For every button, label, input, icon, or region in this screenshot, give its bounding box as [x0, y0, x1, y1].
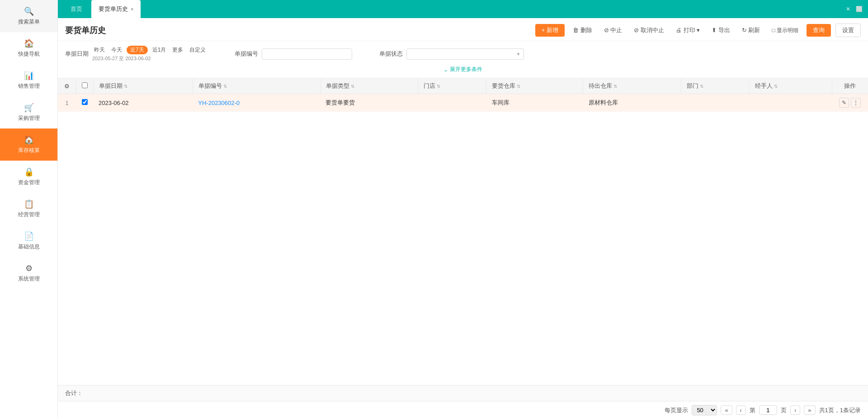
- col-bill-no-label: 单据编号: [198, 82, 222, 90]
- date-shortcut-custom[interactable]: 自定义: [188, 46, 208, 54]
- sidebar-item-inventory[interactable]: 🏠库存核算: [0, 129, 57, 161]
- page-header: 要货单历史 + 新增 🗑 删除 ⊘ 中止 ⊘ 取消中止 🖨 打印 ▾ ⬆ 导出 …: [58, 18, 868, 41]
- col-pending-warehouse: 待出仓库⇅: [583, 78, 681, 94]
- query-button[interactable]: 查询: [807, 24, 831, 37]
- page-size-select[interactable]: 50 10 20 100: [692, 405, 717, 415]
- toolbar: + 新增 🗑 删除 ⊘ 中止 ⊘ 取消中止 🖨 打印 ▾ ⬆ 导出 ↻ 刷新 □…: [535, 24, 861, 37]
- col-settings[interactable]: ⚙: [58, 78, 76, 94]
- last-page-button[interactable]: »: [804, 405, 815, 415]
- sort-icon-dept: ⇅: [700, 84, 703, 89]
- col-date-label: 单据日期: [99, 82, 123, 90]
- sidebar-item-purchase-mgmt[interactable]: 🛒采购管理: [0, 96, 57, 129]
- refresh-button[interactable]: ↻ 刷新: [738, 24, 764, 36]
- tab-order-history[interactable]: 要货单历史×: [91, 0, 141, 18]
- col-bill-type-label: 单据类型: [326, 82, 349, 90]
- date-shortcut-last_month[interactable]: 近1月: [151, 46, 168, 54]
- sort-icon-bill-no: ⇅: [223, 84, 227, 89]
- first-page-button[interactable]: «: [721, 405, 732, 415]
- delete-button[interactable]: 🗑 删除: [569, 24, 596, 36]
- settings-button[interactable]: 设置: [835, 24, 861, 37]
- date-shortcut-today[interactable]: 今天: [109, 46, 124, 54]
- col-handler: 经手人⇅: [749, 78, 832, 94]
- row-checkbox[interactable]: [82, 99, 88, 105]
- sort-icon-pending: ⇅: [613, 84, 617, 89]
- date-range-display: 2023-05-27 至 2023-06-02: [92, 55, 208, 62]
- total-info: 共1页，1条记录: [819, 406, 861, 414]
- sort-icon-handler: ⇅: [774, 84, 778, 89]
- main-area: 首页要货单历史× ✕ ⬜ 要货单历史 + 新增 🗑 删除 ⊘ 中止 ⊘ 取消中止…: [58, 0, 868, 419]
- col-checkbox[interactable]: [76, 78, 93, 94]
- row-more-icon[interactable]: ⋮: [851, 98, 861, 108]
- cell-num: 1: [58, 94, 76, 112]
- tab-home[interactable]: 首页: [63, 0, 90, 18]
- date-filter-group: 单据日期 昨天今天近7天近1月更多自定义 2023-05-27 至 2023-0…: [65, 46, 208, 62]
- cell-pending-warehouse: 原材料仓库: [583, 94, 681, 112]
- sidebar-item-quick-nav[interactable]: 🏠快捷导航: [0, 32, 57, 64]
- sort-icon-bill-type: ⇅: [351, 84, 354, 89]
- bill-no-link[interactable]: YH-20230602-0: [198, 100, 240, 106]
- new-button[interactable]: + 新增: [535, 24, 565, 37]
- date-filter-label: 单据日期: [65, 50, 89, 58]
- col-req-warehouse-label: 要货仓库: [492, 82, 515, 90]
- col-actions: 操作: [832, 78, 868, 94]
- status-select[interactable]: [406, 48, 524, 60]
- sidebar-item-search-menu[interactable]: 🔍搜索菜单: [0, 0, 57, 32]
- status-filter-group: 单据状态: [379, 48, 524, 60]
- date-shortcut-yesterday[interactable]: 昨天: [92, 46, 107, 54]
- sidebar-item-operation-mgmt[interactable]: 📋经营管理: [0, 193, 57, 225]
- window-maximize-button[interactable]: ⬜: [856, 6, 863, 12]
- cell-handler: [749, 94, 832, 112]
- cell-req-warehouse: 车间库: [486, 94, 583, 112]
- sidebar-label-inventory: 库存核算: [18, 147, 40, 154]
- cell-checkbox[interactable]: [76, 94, 93, 112]
- sidebar-label-quick-nav: 快捷导航: [18, 50, 40, 58]
- page-title: 要货单历史: [65, 25, 106, 36]
- sidebar-label-sales-mgmt: 销售管理: [18, 82, 40, 90]
- select-all-checkbox[interactable]: [82, 82, 88, 88]
- expand-more-button[interactable]: ⌄ 展开更多条件: [443, 66, 482, 73]
- cell-bill-no: YH-20230602-0: [193, 94, 320, 112]
- sidebar-item-basic-info[interactable]: 📄基础信息: [0, 225, 57, 257]
- window-close-button[interactable]: ✕: [846, 6, 850, 12]
- sidebar-icon-basic-info: 📄: [24, 231, 34, 241]
- col-pending-warehouse-label: 待出仓库: [589, 82, 612, 90]
- table-row[interactable]: 1 2023-06-02 YH-20230602-0 要货单要货 车间库 原材料…: [58, 94, 868, 112]
- page-size-label: 每页显示: [665, 406, 688, 414]
- col-store-label: 门店: [424, 82, 435, 90]
- row-edit-icon[interactable]: ✎: [839, 98, 849, 108]
- col-store: 门店⇅: [418, 78, 486, 94]
- date-shortcut-last7[interactable]: 近7天: [127, 46, 148, 54]
- tab-close-order-history[interactable]: ×: [131, 6, 133, 12]
- stop-button[interactable]: ⊘ 中止: [600, 24, 626, 36]
- date-shortcuts: 昨天今天近7天近1月更多自定义 2023-05-27 至 2023-06-02: [92, 46, 208, 62]
- export-button[interactable]: ⬆ 导出: [708, 24, 734, 36]
- sidebar: 🔍搜索菜单🏠快捷导航📊销售管理🛒采购管理🏠库存核算🔒资金管理📋经营管理📄基础信息…: [0, 0, 58, 419]
- sidebar-item-sales-mgmt[interactable]: 📊销售管理: [0, 64, 57, 96]
- bill-no-input[interactable]: [262, 48, 352, 60]
- sort-icon-req: ⇅: [517, 84, 520, 89]
- display-detail-button[interactable]: □ 显示明细: [768, 25, 802, 36]
- col-bill-type: 单据类型⇅: [320, 78, 418, 94]
- date-shortcut-more[interactable]: 更多: [170, 46, 185, 54]
- sort-icon-store: ⇅: [437, 84, 440, 89]
- col-req-warehouse: 要货仓库⇅: [486, 78, 583, 94]
- table-container: ⚙ 单据日期⇅ 单据编号⇅ 单据类型⇅ 门店⇅ 要货仓库⇅ 待出仓库⇅ 部门⇅ …: [58, 78, 868, 385]
- cell-bill-type: 要货单要货: [320, 94, 418, 112]
- prev-page-button[interactable]: ‹: [736, 405, 746, 415]
- cancel-stop-button[interactable]: ⊘ 取消中止: [630, 24, 668, 36]
- sidebar-label-search-menu: 搜索菜单: [18, 18, 40, 26]
- current-page-input[interactable]: [759, 405, 777, 415]
- sidebar-item-system-mgmt[interactable]: ⚙系统管理: [0, 257, 57, 289]
- bill-no-label: 单据编号: [235, 50, 258, 58]
- content-area: 要货单历史 + 新增 🗑 删除 ⊘ 中止 ⊘ 取消中止 🖨 打印 ▾ ⬆ 导出 …: [58, 18, 868, 419]
- print-button[interactable]: 🖨 打印 ▾: [672, 24, 703, 36]
- summary-label: 合计：: [65, 390, 83, 396]
- tab-label-home: 首页: [71, 5, 82, 13]
- top-bar: 首页要货单历史× ✕ ⬜: [58, 0, 868, 18]
- sidebar-item-finance-mgmt[interactable]: 🔒资金管理: [0, 161, 57, 193]
- page-suffix: 页: [781, 406, 787, 414]
- sidebar-icon-inventory: 🏠: [24, 135, 34, 145]
- expand-icon: ⌄: [443, 67, 448, 73]
- table-body: 1 2023-06-02 YH-20230602-0 要货单要货 车间库 原材料…: [58, 94, 868, 112]
- next-page-button[interactable]: ›: [790, 405, 800, 415]
